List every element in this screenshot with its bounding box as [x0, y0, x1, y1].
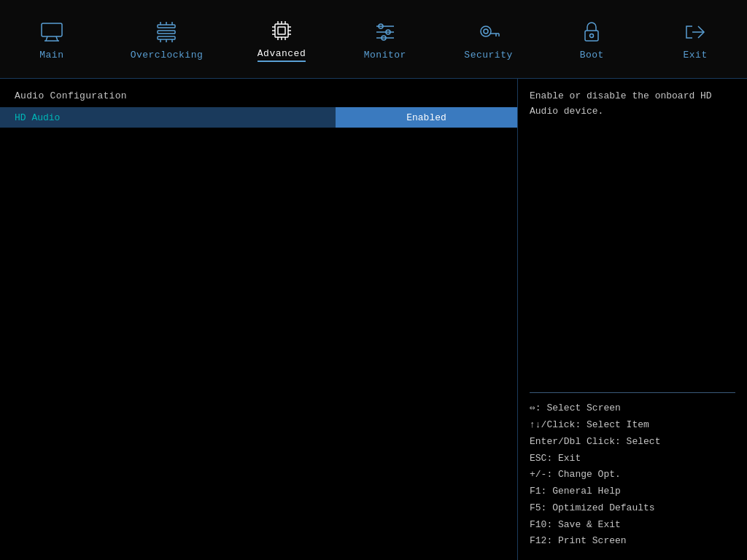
setting-value-hd-audio: Enabled	[336, 107, 517, 128]
svg-rect-13	[275, 24, 288, 37]
svg-rect-6	[158, 36, 175, 39]
nav-label-advanced: Advanced	[258, 48, 306, 62]
nav-label-exit: Exit	[683, 50, 707, 61]
svg-rect-4	[158, 25, 175, 28]
shortcuts: ⇔: Select Screen↑↓/Click: Select ItemEnt…	[530, 400, 735, 550]
svg-rect-14	[278, 27, 285, 34]
lock-icon	[578, 19, 605, 45]
nav-item-overclocking[interactable]: Overclocking	[119, 16, 215, 63]
svg-rect-0	[42, 23, 62, 36]
shortcut-item: ESC: Exit	[530, 451, 735, 467]
svg-line-1	[46, 36, 47, 41]
key-icon	[476, 19, 502, 45]
nav-item-advanced[interactable]: Advanced	[245, 15, 318, 65]
nav-item-monitor[interactable]: Monitor	[349, 16, 422, 63]
svg-point-39	[590, 34, 594, 38]
section-title: Audio Configuration	[0, 88, 517, 107]
shortcut-item: F1: General Help	[530, 483, 735, 500]
shortcut-item: ↑↓/Click: Select Item	[530, 417, 735, 434]
cpu-icon	[268, 18, 295, 44]
nav-label-overclocking: Overclocking	[131, 50, 204, 61]
nav-item-security[interactable]: Security	[452, 16, 525, 63]
svg-rect-5	[158, 31, 175, 34]
help-divider	[530, 392, 735, 393]
left-panel: Audio Configuration HD Audio Enabled	[0, 79, 518, 560]
svg-point-33	[481, 26, 491, 36]
shortcut-item: ⇔: Select Screen	[530, 400, 735, 417]
setting-row-hd-audio[interactable]: HD Audio Enabled	[0, 107, 517, 128]
svg-line-2	[56, 36, 58, 41]
content-area: Audio Configuration HD Audio Enabled Ena…	[0, 79, 747, 560]
setting-label-hd-audio: HD Audio	[0, 107, 336, 128]
exit-icon	[682, 19, 708, 45]
nav-label-security: Security	[464, 50, 512, 61]
shortcut-item: F10: Save & Exit	[530, 517, 735, 534]
shortcut-item: F5: Optimized Defaults	[530, 500, 735, 517]
shortcut-item: Enter/Dbl Click: Select	[530, 434, 735, 451]
overclocking-icon	[153, 19, 179, 45]
shortcut-item: +/-: Change Opt.	[530, 467, 735, 483]
monitor-icon	[39, 19, 65, 45]
svg-point-34	[484, 29, 488, 34]
nav-label-main: Main	[39, 50, 63, 61]
nav-label-monitor: Monitor	[364, 50, 406, 61]
right-panel: Enable or disable the onboard HD Audio d…	[518, 79, 747, 560]
shortcut-item: F12: Print Screen	[530, 533, 735, 550]
top-nav: Main Overclocking	[0, 0, 747, 79]
nav-item-main[interactable]: Main	[15, 16, 88, 63]
svg-rect-38	[585, 31, 598, 41]
nav-item-boot[interactable]: Boot	[555, 16, 628, 63]
help-text: Enable or disable the onboard HD Audio d…	[530, 89, 735, 385]
sliders-icon	[372, 19, 398, 45]
nav-label-boot: Boot	[580, 50, 604, 61]
nav-item-exit[interactable]: Exit	[659, 16, 732, 63]
